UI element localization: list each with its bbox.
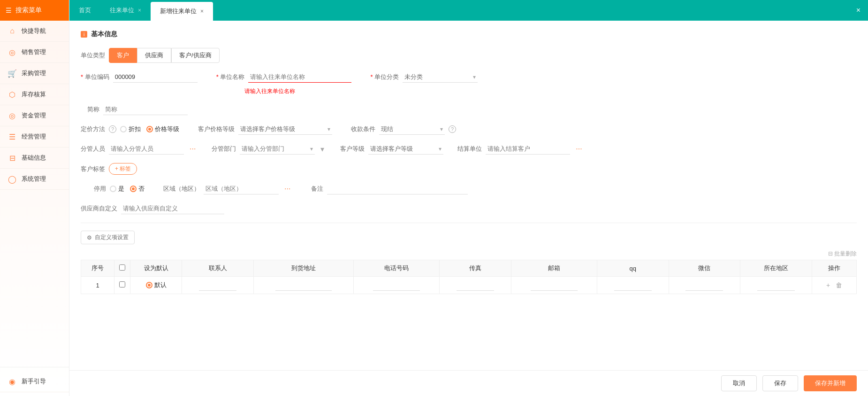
manager-more-button[interactable]: ··· bbox=[188, 145, 198, 153]
select-all-checkbox[interactable] bbox=[119, 264, 125, 271]
row-email-input[interactable] bbox=[531, 280, 578, 291]
sidebar-item-finance[interactable]: ◎ 资金管理 bbox=[0, 105, 69, 126]
action-bar: 取消 保存 保存并新增 bbox=[69, 370, 868, 396]
manager-group: 分管人员 ··· bbox=[81, 143, 198, 155]
pricing-radio-level[interactable]: 价格等级 bbox=[146, 125, 179, 133]
save-button[interactable]: 保存 bbox=[762, 375, 798, 391]
tab-new-partner-label: 新增往来单位 bbox=[160, 7, 197, 16]
inventory-icon: ⬡ bbox=[8, 90, 17, 99]
tabs-bar: 首页 往来单位 × 新增往来单位 × × bbox=[69, 0, 868, 21]
row-wechat-input[interactable] bbox=[685, 280, 723, 291]
sidebar-label-guide: 新手引导 bbox=[22, 377, 46, 386]
custom-settings-button[interactable]: ⚙ 自定义项设置 bbox=[81, 231, 135, 244]
sidebar-item-purchase[interactable]: 🛒 采购管理 bbox=[0, 63, 69, 84]
row-phone-input[interactable] bbox=[373, 280, 420, 291]
row-default-dot bbox=[146, 282, 152, 288]
pricing-help-icon[interactable]: ? bbox=[109, 125, 116, 133]
tab-partners[interactable]: 往来单位 × bbox=[100, 0, 151, 21]
region-label: 区域（地区） bbox=[163, 185, 200, 193]
row-fax-input[interactable] bbox=[457, 280, 494, 291]
pricing-radio-discount[interactable]: 折扣 bbox=[120, 125, 141, 133]
unit-type-label: 单位类型 bbox=[81, 51, 105, 60]
customer-price-select-wrapper: 请选择客户价格等级 bbox=[238, 124, 332, 135]
disabled-no[interactable]: 否 bbox=[130, 185, 145, 193]
customer-level-select[interactable]: 请选择客户等级 bbox=[368, 143, 443, 155]
unit-category-group: * 单位分类 未分类 bbox=[370, 71, 478, 83]
settlement-more-button[interactable]: ··· bbox=[574, 145, 584, 153]
tab-new-partner-close[interactable]: × bbox=[200, 8, 204, 15]
unit-name-input[interactable] bbox=[248, 71, 351, 83]
supplier-custom-input[interactable] bbox=[121, 203, 224, 214]
btn-supplier[interactable]: 供应商 bbox=[137, 48, 171, 63]
sidebar-item-inventory[interactable]: ⬡ 库存核算 bbox=[0, 84, 69, 105]
save-new-button[interactable]: 保存并新增 bbox=[804, 375, 857, 391]
pricing-dot-discount bbox=[120, 126, 127, 132]
section-header: i 基本信息 bbox=[81, 30, 857, 39]
tab-home[interactable]: 首页 bbox=[69, 0, 100, 21]
row-checkbox[interactable] bbox=[119, 281, 125, 287]
unit-category-label: * 单位分类 bbox=[370, 73, 399, 81]
sidebar-item-guide[interactable]: ◉ 新手引导 bbox=[0, 371, 69, 392]
section-divider bbox=[81, 223, 857, 223]
tab-partners-close[interactable]: × bbox=[138, 7, 141, 14]
row-qq-input[interactable] bbox=[614, 280, 652, 291]
sidebar-item-system[interactable]: ◯ 系统管理 bbox=[0, 169, 69, 190]
payment-select[interactable]: 现结 bbox=[379, 124, 445, 135]
sidebar-label-basic-info: 基础信息 bbox=[22, 154, 46, 162]
department-more-button[interactable]: ▾ bbox=[319, 145, 326, 154]
customer-price-select[interactable]: 请选择客户价格等级 bbox=[238, 124, 332, 135]
row-region-input[interactable] bbox=[757, 280, 795, 291]
remark-input[interactable] bbox=[327, 183, 468, 194]
region-more-button[interactable]: ··· bbox=[282, 185, 292, 193]
sidebar-search[interactable]: ☰ 搜索菜单 bbox=[0, 0, 69, 21]
disabled-yes[interactable]: 是 bbox=[110, 185, 124, 193]
region-input[interactable] bbox=[204, 183, 279, 194]
row-address-input[interactable] bbox=[275, 280, 332, 291]
department-group: 分管部门 ▾ bbox=[212, 143, 326, 155]
settlement-label: 结算单位 bbox=[457, 145, 482, 153]
sidebar: ☰ 搜索菜单 ⌂ 快捷导航 ◎ 销售管理 🛒 采购管理 ⬡ 库存核算 ◎ 资金管… bbox=[0, 0, 69, 396]
manager-input[interactable] bbox=[109, 143, 184, 155]
tag-row: 客户标签 + 标签 bbox=[81, 163, 857, 175]
row-add-button[interactable]: + bbox=[824, 280, 832, 290]
sidebar-item-operations[interactable]: ☰ 经营管理 bbox=[0, 126, 69, 148]
code-name-category-row: * 单位编码 * 单位名称 请输入往来单位名称 * 单位分类 bbox=[81, 71, 857, 95]
sidebar-label-inventory: 库存核算 bbox=[22, 90, 46, 99]
row-default-radio[interactable]: 默认 bbox=[135, 281, 177, 289]
pricing-radio-group: 折扣 价格等级 bbox=[120, 125, 179, 133]
col-fax: 传真 bbox=[440, 260, 511, 277]
row-contact-input[interactable] bbox=[199, 280, 236, 291]
unit-category-select[interactable]: 未分类 bbox=[403, 71, 478, 83]
row-delete-button[interactable]: 🗑 bbox=[834, 280, 844, 290]
system-icon: ◯ bbox=[8, 174, 17, 184]
pricing-label-level: 价格等级 bbox=[155, 125, 179, 133]
sidebar-item-sales[interactable]: ◎ 销售管理 bbox=[0, 42, 69, 63]
unit-code-input[interactable] bbox=[113, 71, 198, 83]
custom-settings-label: 自定义项设置 bbox=[95, 233, 129, 241]
disabled-radio-group: 是 否 bbox=[110, 185, 145, 193]
btn-customer[interactable]: 客户 bbox=[109, 48, 137, 63]
customer-level-label: 客户等级 bbox=[340, 145, 365, 153]
gear-icon: ⚙ bbox=[87, 234, 92, 241]
close-all-button[interactable]: × bbox=[849, 6, 868, 15]
btn-both[interactable]: 客户/供应商 bbox=[171, 48, 220, 63]
short-name-input[interactable] bbox=[103, 104, 188, 115]
unit-type-group: 单位类型 客户 供应商 客户/供应商 bbox=[81, 48, 220, 63]
settlement-input[interactable] bbox=[486, 143, 570, 155]
disabled-group: 停用 是 否 bbox=[81, 185, 145, 193]
cancel-button[interactable]: 取消 bbox=[721, 375, 757, 391]
sidebar-item-basic-info[interactable]: ⊟ 基础信息 bbox=[0, 148, 69, 169]
manager-row: 分管人员 ··· 分管部门 ▾ 客户等级 请选择客户等级 bbox=[81, 143, 857, 155]
row-region bbox=[740, 277, 812, 294]
unit-type-buttons: 客户 供应商 客户/供应商 bbox=[109, 48, 220, 63]
payment-label: 收款条件 bbox=[351, 125, 375, 133]
department-input[interactable] bbox=[240, 143, 315, 155]
supplier-custom-group: 供应商自定义 bbox=[81, 203, 224, 214]
batch-delete-button[interactable]: ⊟ 批量删除 bbox=[81, 250, 857, 258]
sidebar-label-operations: 经营管理 bbox=[22, 132, 46, 141]
add-tag-button[interactable]: + 标签 bbox=[109, 163, 137, 175]
sidebar-item-quick-nav[interactable]: ⌂ 快捷导航 bbox=[0, 21, 69, 42]
main-area: 首页 往来单位 × 新增往来单位 × × i 基本信息 单位类型 客户 供应商 … bbox=[69, 0, 868, 396]
payment-help-icon[interactable]: ? bbox=[449, 125, 456, 133]
tab-new-partner[interactable]: 新增往来单位 × bbox=[151, 2, 213, 21]
